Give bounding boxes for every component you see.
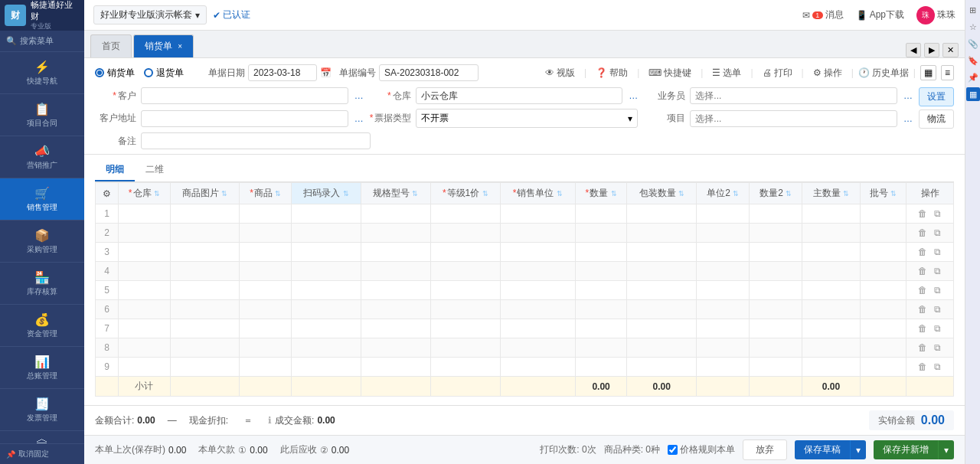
save-draft-arrow-button[interactable]: ▾ — [850, 440, 866, 459]
row-copy-btn[interactable]: ⧉ — [932, 284, 944, 296]
customer-input[interactable] — [141, 87, 348, 104]
messages-action[interactable]: ✉ 1 消息 — [802, 8, 844, 21]
sales-rep-dots[interactable]: … — [903, 90, 913, 101]
radio-sales-bill[interactable]: 销货单 — [95, 67, 135, 80]
rpanel-btn-5[interactable]: 📌 — [966, 70, 980, 84]
sidebar-item-inventory[interactable]: 🏪库存核算 — [0, 263, 84, 305]
rpanel-btn-4[interactable]: 🔖 — [966, 54, 980, 67]
save-draft-button[interactable]: 保存草稿 — [795, 440, 850, 459]
row-copy-btn[interactable]: ⧉ — [932, 361, 944, 373]
row-delete-btn[interactable]: 🗑 — [916, 322, 929, 335]
sidebar-item-quick-nav[interactable]: ⚡快捷导航 — [0, 52, 84, 94]
sales-rep-input[interactable] — [690, 87, 897, 104]
ops-btn[interactable]: ⚙操作 — [808, 65, 847, 81]
form-note-row: 备注 — [95, 132, 913, 149]
order-no-input[interactable] — [379, 64, 479, 81]
print-btn[interactable]: 🖨打印 — [758, 65, 797, 81]
row-copy-btn[interactable]: ⧉ — [932, 265, 944, 277]
rpanel-btn-3[interactable]: 📎 — [966, 37, 980, 51]
th-warehouse: 仓库 ⇅ — [119, 183, 171, 204]
sidebar-search[interactable]: 🔍 搜索菜单 — [0, 31, 84, 52]
rpanel-btn-1[interactable]: ⊞ — [966, 3, 980, 17]
app-download-action[interactable]: 📱 App下载 — [856, 8, 904, 21]
sidebar-item-acct[interactable]: 📊总账管理 — [0, 347, 84, 389]
sidebar-item-project[interactable]: 📋项目合同 — [0, 94, 84, 136]
sidebar-item-invoice[interactable]: 🧾发票管理 — [0, 389, 84, 431]
sidebar-item-purchase[interactable]: 📦采购管理 — [0, 221, 84, 263]
addr-dots[interactable]: … — [354, 113, 364, 124]
customer-addr-input[interactable] — [141, 110, 348, 127]
table-tab-2d[interactable]: 二维 — [135, 159, 175, 181]
save-new-button[interactable]: 保存并新增 — [874, 440, 938, 459]
row-delete-btn[interactable]: 🗑 — [916, 341, 929, 354]
th-qty: 数量 ⇅ — [575, 183, 627, 204]
info-icon[interactable]: ℹ — [268, 415, 272, 426]
invoice-type-select[interactable]: 不开票 ▾ — [416, 109, 638, 128]
tab-next-btn[interactable]: ▶ — [924, 43, 939, 57]
row-delete-btn[interactable]: 🗑 — [916, 246, 929, 258]
view-btn[interactable]: 👁视版 — [541, 65, 580, 81]
company-select[interactable]: 好业财专业版演示帐套 ▾ — [93, 5, 207, 25]
price-rule-checkbox[interactable]: 价格规则本单 — [668, 443, 735, 456]
help-btn[interactable]: ❓帮助 — [591, 65, 632, 81]
radio-return-bill[interactable]: 退货单 — [144, 67, 184, 80]
save-new-arrow-button[interactable]: ▾ — [938, 440, 954, 459]
row-copy-btn[interactable]: ⧉ — [932, 341, 944, 354]
logo-name: 畅捷通好业财 — [31, 0, 80, 21]
row-delete-btn[interactable]: 🗑 — [916, 227, 929, 239]
rpanel-btn-2[interactable]: ☆ — [966, 20, 980, 34]
message-badge: 1 — [812, 11, 823, 19]
warehouse-label: 仓库 — [370, 90, 411, 103]
sidebar-bottom-unpin[interactable]: 📌 取消固定 — [0, 443, 84, 464]
history-btn[interactable]: 🕐历史单据 — [858, 67, 909, 80]
row-delete-btn[interactable]: 🗑 — [916, 303, 929, 315]
tab-close-icon[interactable]: × — [178, 42, 182, 51]
row-delete-btn[interactable]: 🗑 — [916, 361, 929, 373]
abandon-button[interactable]: 放弃 — [743, 439, 787, 460]
form-area: 销货单 退货单 单据日期 📅 单据编号 👁视版 — [84, 58, 965, 155]
select-btn[interactable]: ☰选单 — [707, 65, 746, 81]
sidebar-item-tax[interactable]: 🏛税务管理 — [0, 431, 84, 443]
row-copy-btn[interactable]: ⧉ — [932, 207, 944, 220]
table-tab-detail[interactable]: 明细 — [95, 159, 135, 181]
certified-icon: ✔ — [213, 10, 220, 21]
row-copy-btn[interactable]: ⧉ — [932, 227, 944, 239]
row-delete-btn[interactable]: 🗑 — [916, 284, 929, 296]
tab-close-all-btn[interactable]: ✕ — [942, 43, 959, 57]
customer-dots[interactable]: … — [354, 90, 364, 101]
note-input[interactable] — [141, 132, 371, 149]
warehouse-input[interactable] — [416, 87, 623, 104]
table-scroll[interactable]: ⚙ 仓库 ⇅ 商品图片 ⇅ 商品 ⇅ 扫码录入 ⇅ 规格型号 ⇅ 等级1价 ⇅ … — [95, 182, 954, 405]
user-action[interactable]: 珠 珠珠 — [916, 6, 956, 25]
tab-prev-btn[interactable]: ◀ — [906, 43, 921, 57]
shortcuts-btn[interactable]: ⌨快捷键 — [644, 65, 696, 81]
table-view-icon2[interactable]: ≡ — [941, 65, 954, 80]
date-input[interactable] — [248, 64, 317, 81]
th-price: 等级1价 ⇅ — [430, 183, 500, 204]
sidebar-item-marketing[interactable]: 📣营销推广 — [0, 136, 84, 178]
calendar-icon[interactable]: 📅 — [320, 67, 332, 78]
row-delete-btn[interactable]: 🗑 — [916, 207, 929, 220]
table-row: 2🗑⧉ — [96, 224, 954, 243]
logistics-button[interactable]: 物流 — [919, 109, 954, 129]
sidebar-item-sales[interactable]: 🛒销售管理 — [0, 178, 84, 221]
setup-button[interactable]: 设置 — [919, 87, 954, 106]
project-dots[interactable]: … — [903, 113, 913, 124]
rpanel-btn-6[interactable]: ▦ — [966, 87, 980, 101]
prev-order-label: 本单上次(保存时) — [95, 443, 165, 456]
amount-total: 金额合计: 0.00 — [95, 414, 155, 427]
row-copy-btn[interactable]: ⧉ — [932, 322, 944, 335]
sidebar-item-funds[interactable]: 💰资金管理 — [0, 305, 84, 347]
price-rule-check[interactable] — [668, 445, 678, 455]
row-copy-btn[interactable]: ⧉ — [932, 303, 944, 315]
table-view-icon1[interactable]: ▦ — [920, 65, 936, 80]
warehouse-dots[interactable]: … — [629, 90, 638, 101]
row-copy-btn[interactable]: ⧉ — [932, 246, 944, 258]
th-gear[interactable]: ⚙ — [96, 183, 119, 204]
project-input[interactable] — [690, 110, 897, 127]
tab-sales-bill[interactable]: 销货单 × — [133, 34, 194, 57]
tab-home[interactable]: 首页 — [90, 34, 132, 57]
row-delete-btn[interactable]: 🗑 — [916, 265, 929, 277]
customer-addr-field: 客户地址 … — [95, 109, 364, 128]
amount-discount: 现金折扣: — [189, 414, 228, 427]
